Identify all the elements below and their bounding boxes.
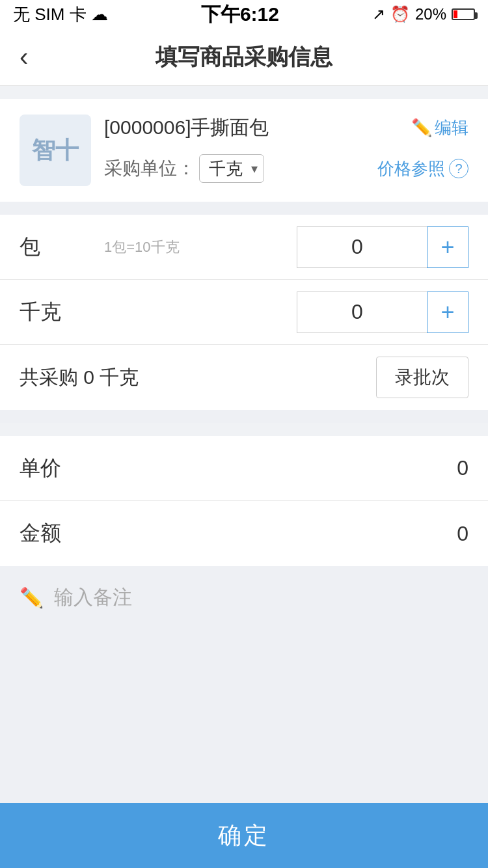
status-left: 无 SIM 卡 ☁ [13, 3, 108, 26]
batch-button[interactable]: 录批次 [376, 357, 468, 398]
edit-icon: ✏️ [411, 118, 432, 138]
price-ref-label: 价格参照 [377, 157, 445, 180]
product-card: 智十 [0000006]手撕面包 ✏️ 编辑 采购单位： 千克 ▾ 价格参照 [0, 99, 488, 202]
total-row: 共采购 0 千克 录批次 [0, 345, 488, 410]
unit-price-label: 单价 [20, 454, 61, 483]
nav-bar: ‹ 填写商品采购信息 [0, 29, 488, 86]
amount-row: 金额 0 [0, 501, 488, 566]
unit-price-row: 单价 0 [0, 436, 488, 501]
unit-label: 采购单位： [104, 156, 195, 181]
total-label: 共采购 0 千克 [20, 364, 139, 391]
product-thumbnail: 智十 [20, 115, 91, 186]
bag-quantity-input[interactable] [297, 226, 427, 268]
product-info: [0000006]手撕面包 ✏️ 编辑 采购单位： 千克 ▾ 价格参照 ? [104, 115, 468, 183]
unit-price-value: 0 [457, 456, 468, 480]
section-divider-2 [0, 410, 488, 423]
unit-select[interactable]: 千克 [199, 154, 264, 183]
kg-input-row: 千克 + [0, 280, 488, 345]
location-icon: ↗ [372, 5, 385, 23]
alarm-icon: ⏰ [390, 5, 410, 23]
product-logo: 智十 [32, 135, 79, 167]
product-name: [0000006]手撕面包 [104, 115, 269, 141]
price-ref-button[interactable]: 价格参照 ? [377, 157, 468, 180]
price-section: 单价 0 金额 0 [0, 436, 488, 566]
bag-sublabel: 1包=10千克 [104, 237, 180, 257]
pencil-icon: ✏️ [20, 586, 44, 609]
bag-input-wrap: + [297, 226, 468, 268]
battery-level: 20% [415, 5, 446, 23]
confirm-button[interactable]: 确定 [0, 803, 488, 868]
product-unit-row: 采购单位： 千克 ▾ 价格参照 ? [104, 154, 468, 183]
kg-label: 千克 [20, 298, 98, 327]
kg-quantity-input[interactable] [297, 292, 427, 333]
kg-input-wrap: + [297, 292, 468, 333]
notes-placeholder: 输入备注 [54, 584, 132, 611]
status-bar: 无 SIM 卡 ☁ 下午6:12 ↗ ⏰ 20% [0, 0, 488, 29]
bag-plus-button[interactable]: + [427, 226, 468, 268]
unit-select-wrap[interactable]: 千克 ▾ [199, 154, 264, 183]
help-icon: ? [449, 159, 468, 178]
sim-status: 无 SIM 卡 ☁ [13, 3, 108, 26]
notes-section[interactable]: ✏️ 输入备注 [0, 566, 488, 629]
status-time: 下午6:12 [201, 1, 279, 28]
status-right: ↗ ⏰ 20% [372, 5, 475, 23]
product-name-row: [0000006]手撕面包 ✏️ 编辑 [104, 115, 468, 141]
page-title: 填写商品采购信息 [156, 42, 332, 72]
kg-plus-button[interactable]: + [427, 292, 468, 333]
amount-value: 0 [457, 522, 468, 546]
section-divider-1 [0, 202, 488, 215]
input-section: 包 1包=10千克 + 千克 + 共采购 0 千克 录批次 [0, 215, 488, 410]
edit-label: 编辑 [435, 116, 468, 139]
bag-label: 包 [20, 233, 98, 262]
amount-label: 金额 [20, 519, 61, 548]
battery-icon [452, 8, 475, 20]
bag-input-row: 包 1包=10千克 + [0, 215, 488, 280]
back-button[interactable]: ‹ [20, 42, 28, 72]
edit-button[interactable]: ✏️ 编辑 [411, 116, 468, 139]
